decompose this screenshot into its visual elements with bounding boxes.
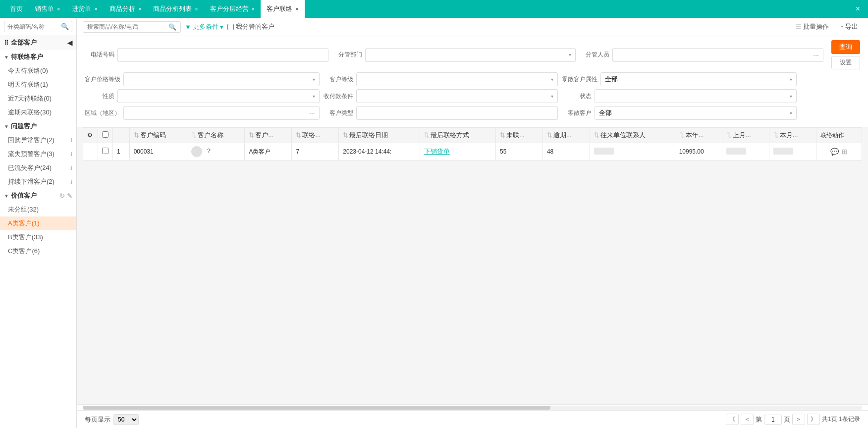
col-name[interactable]: ⇅客户名称 [187,128,245,143]
data-table: ⚙ ⇅客户编码 ⇅客户名称 ⇅客户... ⇅联络... ⇅最后联络日期 ⇅最后联… [83,127,862,160]
row-this-year: 10995.00 [675,143,722,160]
all-customers-header[interactable]: ⠿ 全部客户 ◀ [0,35,76,50]
col-not-contacted[interactable]: ⇅未联... [496,128,543,143]
window-close-button[interactable]: × [852,4,864,13]
col-select-all[interactable] [98,128,113,143]
nav-tab-4[interactable]: 客户分层经营 × [204,0,261,18]
col-this-month[interactable]: ⇅本月... [769,128,816,143]
close-tab-1-icon[interactable]: × [94,6,97,12]
settings-button[interactable]: 设置 [831,56,860,69]
phone-label: 电话号码 [85,51,114,59]
pending-contact-header: ▼ 待联络客户 [0,50,76,64]
retail-attr-input[interactable]: 全部 ▾ [600,72,797,86]
region-label: 区域（地区） [85,109,120,117]
scroll-track[interactable] [83,406,862,410]
page-size-select[interactable]: 20 50 100 [113,414,139,425]
first-page-button[interactable]: 《 [726,414,739,425]
dept-input[interactable]: ▾ [365,48,576,62]
col-last-date[interactable]: ⇅最后联络日期 [339,128,420,143]
customer-type-input[interactable] [356,106,558,120]
nav-tab-1[interactable]: 进货单 × [66,0,103,18]
batch-operation-button[interactable]: ☰ 批量操作 [792,21,833,33]
close-tab-3-icon[interactable]: × [195,6,198,12]
col-this-year[interactable]: ⇅本年... [675,128,722,143]
close-tab-4-icon[interactable]: × [252,6,255,12]
sidebar-search-box[interactable]: 🔍 [4,21,72,32]
sidebar-item-b-class[interactable]: B类客户(33) [0,230,76,244]
page-number-input[interactable] [764,415,782,425]
col-last-method[interactable]: ⇅最后联络方式 [420,128,495,143]
nav-tab-5[interactable]: 客户联络 × [261,0,304,18]
nav-tab-2[interactable]: 商品分析 × [104,0,147,18]
sidebar-item-declining[interactable]: 持续下滑客户(2) ℹ [0,175,76,189]
message-icon[interactable]: 💬 [830,148,839,156]
sidebar-search-input[interactable] [7,23,61,30]
edit-icon[interactable]: ✎ [67,192,72,200]
row-contact-count: 7 [292,143,339,160]
filter-search-box[interactable]: 🔍 [83,21,181,33]
scroll-thumb[interactable] [83,406,550,410]
row-action[interactable]: 💬 ⊞ [816,143,862,160]
row-select-checkbox[interactable] [102,148,108,154]
row-not-contacted: 55 [496,143,543,160]
status-input[interactable]: ▾ [595,89,797,103]
nature-label: 性质 [85,92,114,101]
search-icon[interactable]: 🔍 [61,23,69,30]
sidebar-item-tomorrow[interactable]: 明天待联络(1) [0,78,76,92]
retail-customer-input[interactable]: 全部 ▾ [595,106,797,120]
region-input[interactable]: ··· [123,106,320,120]
col-action: 联络动作 [816,128,862,143]
sidebar-item-overdue[interactable]: 逾期未联络(30) [0,106,76,119]
nav-tab-0[interactable]: 销售单 × [29,0,66,18]
qrcode-icon[interactable]: ⊞ [842,148,848,156]
more-conditions-button[interactable]: ▼ 更多条件 ▾ [185,22,223,31]
col-type[interactable]: ⇅客户... [245,128,292,143]
my-customers-checkbox[interactable]: 我分管的客户 [227,22,274,31]
person-input[interactable]: ··· [612,48,823,62]
col-overdue[interactable]: ⇅逾期... [542,128,590,143]
sidebar-item-churned[interactable]: 已流失客户(24) ℹ [0,161,76,175]
nav-tab-3[interactable]: 商品分析列表 × [147,0,204,18]
col-contact-person[interactable]: ⇅往来单位联系人 [590,128,675,143]
table-area: ⚙ ⇅客户编码 ⇅客户名称 ⇅客户... ⇅联络... ⇅最后联络日期 ⇅最后联… [77,127,868,404]
row-name[interactable]: ？ [187,143,245,160]
price-level-input[interactable]: ▾ [123,72,320,86]
collapse-sidebar-icon[interactable]: ◀ [67,39,72,47]
close-tab-0-icon[interactable]: × [57,6,60,12]
sidebar-item-a-class[interactable]: A类客户(1) [0,216,76,230]
export-button[interactable]: ↑ 导出 [837,21,863,33]
sidebar-item-7days[interactable]: 近7天待联络(0) [0,92,76,106]
nature-input[interactable]: ▾ [117,89,320,103]
horizontal-scrollbar[interactable] [77,404,868,410]
col-settings[interactable]: ⚙ [83,128,98,143]
query-button[interactable]: 查询 [831,40,860,54]
row-last-method[interactable]: 下销货单 [420,143,495,160]
col-contact-count[interactable]: ⇅联络... [292,128,339,143]
sidebar-item-today[interactable]: 今天待联络(0) [0,64,76,78]
select-all-checkbox[interactable] [102,131,108,138]
refresh-icon[interactable]: ↻ [59,192,65,200]
prev-page-button[interactable]: ＜ [741,414,754,425]
close-tab-5-icon[interactable]: × [295,6,298,12]
status-label: 状态 [562,92,592,101]
row-last-month [722,143,769,160]
customer-level-input[interactable]: ▾ [356,72,558,86]
phone-input[interactable] [117,48,328,62]
sidebar-item-repurchase-anomaly[interactable]: 回购异常客户(2) ℹ [0,133,76,147]
sidebar-item-churn-warning[interactable]: 流失预警客户(3) ℹ [0,147,76,161]
last-page-button[interactable]: 》 [807,414,820,425]
my-customers-check[interactable] [227,24,234,30]
nav-home[interactable]: 首页 [4,4,29,13]
pagination-controls: 《 ＜ 第 页 ＞ 》 共1页 1条记录 [726,414,860,425]
next-page-button[interactable]: ＞ [792,414,805,425]
sidebar-item-unclassified[interactable]: 未分组(32) [0,203,76,216]
retail-attr-label: 零散客户属性 [562,75,597,84]
row-checkbox[interactable] [98,143,113,160]
sidebar-item-c-class[interactable]: C类客户(6) [0,244,76,258]
close-tab-2-icon[interactable]: × [138,6,141,12]
filter-search-icon[interactable]: 🔍 [168,23,176,31]
payment-input[interactable]: ▾ [356,89,558,103]
col-code[interactable]: ⇅客户编码 [129,128,187,143]
col-last-month[interactable]: ⇅上月... [722,128,769,143]
filter-search-input[interactable] [87,23,166,30]
